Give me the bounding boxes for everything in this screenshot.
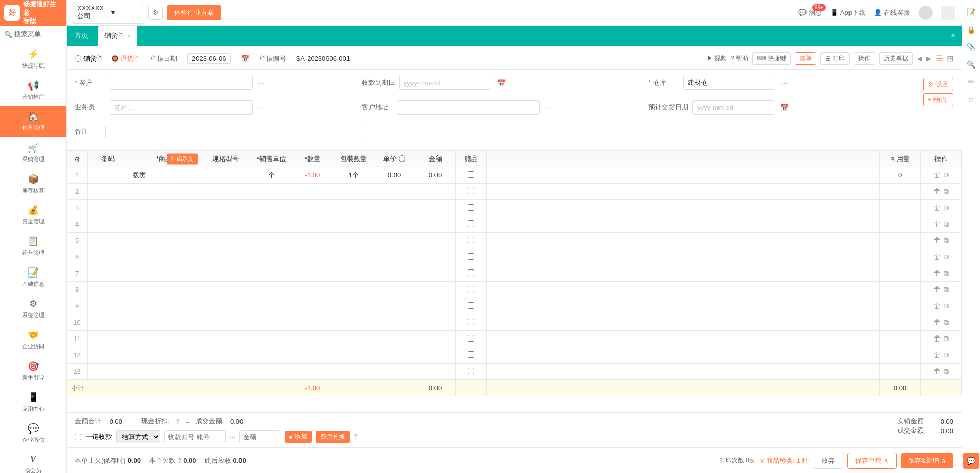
- fee-split-btn[interactable]: 费用分摊: [316, 431, 350, 443]
- rp-star-icon[interactable]: ☆: [963, 91, 979, 107]
- tab-sales-order[interactable]: 销货单 ×: [98, 26, 137, 46]
- sidebar-item-marketing[interactable]: 📢 营销推广: [0, 75, 66, 106]
- history-btn[interactable]: 历史单据: [879, 52, 913, 65]
- shortcut-btn[interactable]: ⌨ 快捷键: [752, 52, 790, 65]
- fee-help-icon[interactable]: ?: [354, 433, 357, 440]
- row-gift[interactable]: [456, 347, 487, 364]
- row-qty[interactable]: [292, 216, 333, 233]
- gift-checkbox[interactable]: [468, 171, 474, 178]
- row-qty[interactable]: [292, 298, 333, 314]
- row-product[interactable]: [128, 200, 200, 216]
- row-qty[interactable]: [292, 233, 333, 249]
- date-value[interactable]: 2023-06-06: [187, 53, 231, 64]
- product-count-label[interactable]: ⊙ 商品种类: 1 种: [759, 456, 809, 465]
- row-gift[interactable]: [456, 265, 487, 282]
- row-unit[interactable]: [251, 364, 292, 380]
- row-gift[interactable]: [456, 364, 487, 380]
- row-amount[interactable]: [415, 249, 456, 265]
- nav-next-icon[interactable]: ▶: [926, 55, 931, 62]
- delete-row-btn[interactable]: 🗑: [933, 367, 941, 376]
- row-unit[interactable]: [251, 233, 292, 249]
- copy-row-btn[interactable]: ⧉: [944, 285, 949, 294]
- row-unit[interactable]: [251, 184, 292, 200]
- grid-view-icon[interactable]: ⊞: [947, 54, 953, 63]
- sidebar-item-inventory[interactable]: 📦 库存核算: [0, 168, 66, 199]
- barcode-input[interactable]: [92, 237, 124, 244]
- save-new-button[interactable]: 保存&新增 ∧: [901, 453, 953, 468]
- row-amount[interactable]: [415, 216, 456, 233]
- sidebar-item-management[interactable]: 📋 经营管理: [0, 231, 66, 262]
- row-product[interactable]: 拨贡: [128, 167, 200, 184]
- row-spec[interactable]: [200, 282, 251, 298]
- barcode-input[interactable]: [92, 253, 124, 261]
- remark-input[interactable]: [105, 125, 361, 139]
- delete-row-btn[interactable]: 🗑: [933, 318, 941, 327]
- message-button[interactable]: 💬 消息 99+: [798, 8, 822, 17]
- barcode-input[interactable]: [92, 368, 124, 375]
- barcode-input[interactable]: [92, 335, 124, 343]
- row-qty[interactable]: [292, 282, 333, 298]
- row-unit[interactable]: [251, 216, 292, 233]
- row-spec[interactable]: [200, 347, 251, 364]
- row-price[interactable]: [374, 249, 415, 265]
- copy-row-btn[interactable]: ⧉: [944, 269, 949, 278]
- delete-row-btn[interactable]: 🗑: [933, 171, 941, 179]
- sidebar-item-sales[interactable]: 🏠 销售管理: [0, 106, 66, 137]
- copy-row-btn[interactable]: ⧉: [944, 187, 949, 196]
- address-more-icon[interactable]: ···: [546, 104, 552, 111]
- row-unit[interactable]: [251, 282, 292, 298]
- gift-checkbox[interactable]: [468, 302, 474, 309]
- row-unit[interactable]: [251, 331, 292, 347]
- sidebar-item-quick-nav[interactable]: ⚡ 快捷导航: [0, 43, 66, 75]
- col-settings[interactable]: ⚙: [67, 151, 88, 167]
- row-product[interactable]: [128, 314, 200, 331]
- row-amount[interactable]: [415, 331, 456, 347]
- barcode-input[interactable]: [92, 220, 124, 228]
- sidebar-item-member[interactable]: V 畅会员: [0, 449, 66, 473]
- warehouse-more-icon[interactable]: ···: [781, 79, 787, 87]
- row-price[interactable]: [374, 282, 415, 298]
- row-unit[interactable]: [251, 298, 292, 314]
- row-unit[interactable]: [251, 314, 292, 331]
- delete-row-btn[interactable]: 🗑: [933, 302, 941, 310]
- delivery-date-input[interactable]: [692, 100, 774, 115]
- row-pkg-qty[interactable]: [333, 298, 374, 314]
- delete-row-btn[interactable]: 🗑: [933, 187, 941, 196]
- row-barcode[interactable]: [88, 364, 128, 380]
- list-view-icon[interactable]: ☰: [935, 54, 943, 63]
- row-price[interactable]: 0.00: [374, 167, 415, 184]
- trial-button[interactable]: 体验行业方案: [167, 5, 221, 20]
- row-pkg-qty[interactable]: 1个: [333, 167, 374, 184]
- row-pkg-qty[interactable]: [333, 331, 374, 347]
- sidebar-item-purchase[interactable]: 🛒 采购管理: [0, 137, 66, 168]
- copy-row-btn[interactable]: ⧉: [944, 334, 949, 343]
- row-pkg-qty[interactable]: [333, 233, 374, 249]
- gift-checkbox[interactable]: [468, 368, 474, 374]
- row-amount[interactable]: [415, 184, 456, 200]
- row-product[interactable]: [128, 265, 200, 282]
- row-product[interactable]: [128, 249, 200, 265]
- row-barcode[interactable]: [88, 167, 128, 184]
- row-spec[interactable]: [200, 216, 251, 233]
- row-qty[interactable]: [292, 249, 333, 265]
- app-download-button[interactable]: 📱 App下载: [830, 8, 865, 17]
- row-amount[interactable]: [415, 347, 456, 364]
- help-link[interactable]: ? 帮助: [731, 54, 748, 63]
- row-pkg-qty[interactable]: [333, 200, 374, 216]
- total-owe-help[interactable]: ?: [178, 457, 181, 464]
- row-amount[interactable]: [415, 282, 456, 298]
- row-price[interactable]: [374, 298, 415, 314]
- delete-row-btn[interactable]: 🗑: [933, 334, 941, 343]
- row-price[interactable]: [374, 347, 415, 364]
- nav-prev-icon[interactable]: ◀: [917, 55, 922, 62]
- row-amount[interactable]: [415, 265, 456, 282]
- row-barcode[interactable]: [88, 265, 128, 282]
- barcode-input[interactable]: [92, 319, 124, 326]
- account-dots-icon[interactable]: ···: [230, 433, 235, 441]
- amount-input[interactable]: [239, 430, 280, 443]
- row-barcode[interactable]: [88, 331, 128, 347]
- row-unit[interactable]: [251, 347, 292, 364]
- row-spec[interactable]: [200, 184, 251, 200]
- warehouse-input[interactable]: [683, 76, 775, 90]
- copy-row-btn[interactable]: ⧉: [944, 351, 949, 359]
